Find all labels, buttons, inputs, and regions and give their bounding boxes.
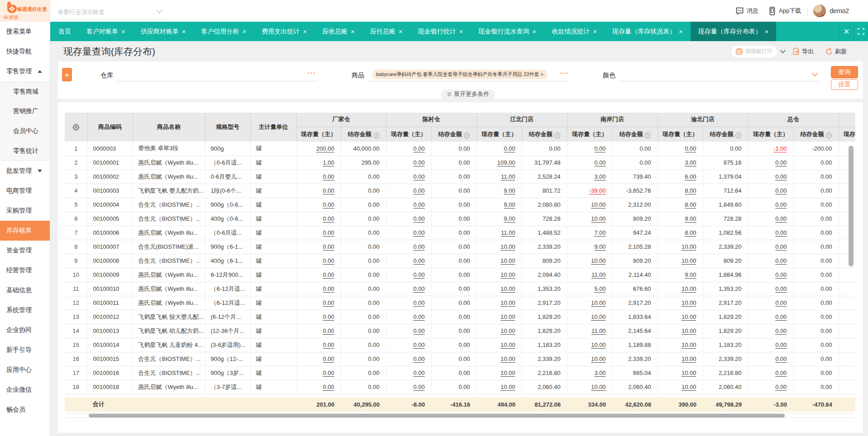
qty-link[interactable]: 10.00 (682, 243, 696, 250)
qty-link[interactable]: 10.00 (682, 327, 696, 334)
warehouse-picker-button[interactable]: ··· (307, 70, 316, 77)
qty-link[interactable]: 0.00 (594, 159, 606, 166)
qty-link[interactable]: 8.00 (685, 201, 696, 208)
qty-link[interactable]: 0.00 (323, 299, 334, 306)
qty-link[interactable]: 9.00 (685, 271, 696, 278)
sidebar-item-快捷导航[interactable]: 快捷导航 (0, 42, 50, 62)
qty-link[interactable]: 0.00 (775, 313, 787, 320)
tab-首页[interactable]: 首页 (51, 22, 79, 41)
qty-link[interactable]: 10.00 (682, 384, 696, 390)
refresh-button[interactable]: 刷新 (825, 47, 847, 56)
qty-link[interactable]: 0.00 (323, 201, 334, 208)
qty-link[interactable]: 0.00 (775, 173, 787, 180)
sidebar-item-畅会员[interactable]: 畅会员 (0, 400, 50, 420)
qty-link[interactable]: 9.00 (685, 215, 696, 222)
qty-link[interactable]: -39.00 (589, 187, 606, 194)
qty-link[interactable]: 0.00 (775, 299, 787, 306)
qty-link[interactable]: 7.00 (594, 229, 606, 236)
sidebar-item-应用中心[interactable]: 应用中心 (0, 360, 50, 380)
sidebar-item-零售统计[interactable]: 零售统计 (0, 141, 50, 161)
tab-客户对账单[interactable]: 客户对账单× (79, 22, 133, 41)
sidebar-item-企业微信[interactable]: 企业微信 (0, 380, 50, 400)
sidebar-item-企业协同[interactable]: 企业协同 (0, 320, 50, 340)
tab-费用支出统计[interactable]: 费用支出统计× (254, 22, 315, 41)
sidebar-item-批发管理[interactable]: 批发管理 (0, 161, 50, 181)
qty-link[interactable]: 10.00 (591, 299, 606, 306)
qty-link[interactable]: 10.00 (591, 384, 606, 390)
qty-link[interactable]: 0.00 (775, 271, 787, 278)
qty-link[interactable]: 0.00 (775, 341, 787, 348)
qty-link[interactable]: 10.00 (591, 201, 606, 208)
fullscreen-button[interactable] (854, 22, 868, 41)
qty-link[interactable]: 10.00 (501, 341, 515, 348)
qty-link[interactable]: 10.00 (682, 299, 696, 306)
sidebar-item-采购管理[interactable]: 采购管理 (0, 201, 50, 221)
qty-link[interactable]: 0.00 (323, 173, 334, 180)
qty-link[interactable]: 10.00 (501, 257, 515, 264)
qty-link[interactable]: 10.00 (501, 285, 515, 292)
qty-link[interactable]: -1.00 (773, 145, 787, 152)
qty-link[interactable]: 0.00 (413, 384, 424, 390)
qty-link[interactable]: 0.00 (413, 243, 424, 250)
settings-button[interactable]: 设置 (831, 79, 858, 90)
qty-link[interactable]: 0.00 (413, 145, 424, 152)
sidebar-item-系统管理[interactable]: 系统管理 (0, 300, 50, 320)
qty-link[interactable]: 10.00 (501, 299, 515, 306)
qty-link[interactable]: 0.00 (413, 327, 424, 334)
collapse-filter-button[interactable]: » (62, 68, 72, 81)
qty-link[interactable]: 0.00 (775, 370, 787, 376)
qty-link[interactable]: 0.00 (775, 285, 787, 292)
tab-close-icon[interactable]: × (532, 28, 536, 35)
color-select[interactable] (619, 81, 820, 81)
qty-link[interactable]: 10.00 (591, 257, 606, 264)
qty-link[interactable]: 10.00 (591, 313, 606, 320)
qty-link[interactable]: 11.00 (501, 173, 515, 180)
qty-link[interactable]: 10.00 (501, 243, 515, 250)
horizontal-scrollbar-thumb[interactable] (89, 414, 785, 417)
messages-button[interactable]: 消息 (735, 7, 758, 15)
qty-link[interactable]: 0.00 (413, 187, 424, 194)
tab-close-icon[interactable]: × (182, 28, 186, 35)
tab-现金银行统计[interactable]: 现金银行统计× (410, 22, 471, 41)
product-input[interactable] (368, 81, 569, 81)
qty-link[interactable]: 10.00 (501, 327, 515, 334)
qty-link[interactable]: 10.00 (501, 355, 515, 362)
app-download-button[interactable]: App下载 (768, 7, 801, 15)
avatar[interactable] (813, 5, 826, 17)
tab-close-icon[interactable]: × (765, 28, 769, 35)
qty-link[interactable]: 0.00 (413, 313, 424, 320)
qty-link[interactable]: 0.00 (685, 145, 696, 152)
tab-close-icon[interactable]: × (679, 28, 683, 35)
qty-link[interactable]: 0.00 (413, 370, 424, 376)
export-button[interactable]: 导出 (792, 47, 814, 56)
vertical-scrollbar-thumb[interactable] (849, 146, 854, 266)
qty-link[interactable]: 0.00 (323, 341, 334, 348)
sidebar-item-资金管理[interactable]: 资金管理 (0, 241, 50, 261)
qty-link[interactable]: 0.00 (775, 187, 787, 194)
qty-link[interactable]: 0.00 (323, 285, 334, 292)
qty-link[interactable]: 11.00 (591, 271, 606, 278)
sidebar-item-搜索菜单[interactable]: 搜索菜单 (0, 22, 50, 42)
qty-link[interactable]: 0.00 (413, 215, 424, 222)
query-button[interactable]: 查询 (831, 66, 858, 78)
qty-link[interactable]: 0.00 (413, 229, 424, 236)
qty-link[interactable]: 3.00 (685, 159, 696, 166)
sidebar-item-基础信息[interactable]: 基础信息 (0, 280, 50, 300)
qty-link[interactable]: 6.00 (685, 173, 696, 180)
qty-link[interactable]: 10.00 (501, 271, 515, 278)
qty-link[interactable]: 10.00 (682, 313, 696, 320)
expand-more-conditions-button[interactable]: 展开更多条件 (441, 90, 495, 99)
sidebar-item-库存核算[interactable]: 库存核算 (0, 221, 50, 241)
qty-link[interactable]: 10.00 (501, 370, 515, 376)
qty-link[interactable]: 10.00 (682, 257, 696, 264)
qty-link[interactable]: 5.00 (594, 285, 606, 292)
qty-link[interactable]: 0.00 (323, 243, 334, 250)
sidebar-item-经营管理[interactable]: 经营管理 (0, 261, 50, 280)
sidebar-item-新手引导[interactable]: 新手引导 (0, 340, 50, 360)
qty-link[interactable]: 10.00 (591, 355, 606, 362)
qty-link[interactable]: 0.00 (413, 271, 424, 278)
qty-link[interactable]: 0.00 (323, 327, 334, 334)
qty-link[interactable]: 3.00 (594, 173, 606, 180)
qty-link[interactable]: 8.00 (685, 187, 696, 194)
sidebar-item-电商管理[interactable]: 电商管理 (0, 181, 50, 201)
